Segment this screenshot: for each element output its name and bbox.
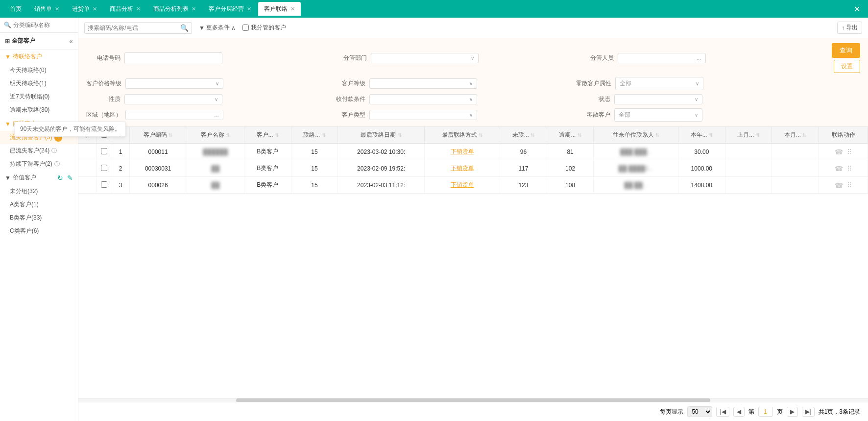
main-search-icon[interactable]: 🔍 [180, 24, 189, 32]
cell-last-method-2[interactable]: 下销货单 [425, 177, 500, 194]
sidebar-item-class-a[interactable]: A类客户(1) [0, 198, 78, 211]
customer-level-select[interactable]: ∨ [369, 78, 477, 89]
cell-action-1[interactable]: ☎ ⠿ [819, 160, 868, 177]
next-page-btn[interactable]: ▶ [787, 407, 798, 417]
col-last-method[interactable]: 最后联络方式 ⇅ [425, 127, 500, 144]
table-row: 1 000011 ██████ B类客户 15 2023-03-02 10:30… [78, 144, 868, 160]
filter-icon: ▼ [199, 25, 205, 31]
tab-home[interactable]: 首页 [4, 2, 27, 16]
cell-checkbox-1[interactable] [96, 160, 112, 177]
customer-type-select[interactable]: ∨ [369, 110, 477, 120]
prev-page-btn[interactable]: ◀ [733, 407, 745, 417]
col-code[interactable]: 客户编码 ⇅ [129, 127, 187, 144]
tab-purchase-close[interactable]: ✕ [93, 6, 97, 12]
cell-last-method-1[interactable]: 下销货单 [425, 160, 500, 177]
col-name[interactable]: 客户名称 ⇅ [187, 127, 244, 144]
value-group-edit[interactable]: ✎ [67, 174, 73, 182]
sidebar-group-value[interactable]: ▼ 价值客户 ↻ ✎ [0, 171, 78, 185]
col-this-year[interactable]: 本年... ⇅ [678, 127, 725, 144]
tab-customer-tiered-close[interactable]: ✕ [247, 6, 251, 12]
sidebar-item-class-c[interactable]: C类客户(6) [0, 224, 78, 238]
action-more-icon-0[interactable]: ⠿ [847, 148, 852, 156]
tab-customer-tiered[interactable]: 客户分层经营 ✕ [203, 2, 257, 16]
close-all-tabs[interactable]: ✕ [850, 4, 864, 14]
sidebar-item-tomorrow[interactable]: 明天待联络(1) [0, 77, 78, 90]
cell-name-1: ██ [187, 160, 244, 177]
cell-this-year-0: 30.00 [678, 144, 725, 160]
col-this-month[interactable]: 本月... ⇅ [772, 127, 819, 144]
phone-input[interactable] [124, 52, 222, 64]
page-input[interactable] [758, 407, 773, 417]
scattered-attr-select[interactable]: 全部 ∨ [615, 77, 703, 90]
col-type[interactable]: 客户... ⇅ [244, 127, 291, 144]
cell-action-0[interactable]: ☎ ⠿ [819, 144, 868, 160]
cell-checkbox-2[interactable] [96, 177, 112, 194]
page-unit: 页 [777, 408, 783, 416]
sidebar-item-7days[interactable]: 近7天待联络(0) [0, 90, 78, 103]
sidebar-item-today[interactable]: 今天待联络(0) [0, 64, 78, 77]
sidebar-item-declining[interactable]: 持续下滑客户(2) ⓘ [0, 157, 78, 171]
row-checkbox-2[interactable] [101, 181, 107, 188]
dept-select[interactable]: ∨ [371, 53, 479, 63]
sidebar-all-customers[interactable]: ⊞ 全部客户 « [0, 33, 78, 50]
sidebar-search-input[interactable] [13, 22, 78, 28]
export-btn[interactable]: ↑ 导出 [837, 22, 862, 34]
col-uncontacted[interactable]: 未联... ⇅ [500, 127, 547, 144]
tab-product-analysis-list[interactable]: 商品分析列表 ✕ [147, 2, 202, 16]
tab-product-analysis-list-close[interactable]: ✕ [192, 6, 196, 12]
my-customers-check[interactable]: 我分管的客户 [242, 24, 286, 32]
region-select[interactable]: … [125, 110, 223, 120]
col-last-month[interactable]: 上月... ⇅ [725, 127, 772, 144]
value-group-refresh[interactable]: ↻ [57, 174, 63, 182]
last-method-link-0[interactable]: 下销货单 [451, 148, 474, 155]
tab-product-analysis-close[interactable]: ✕ [136, 6, 141, 12]
main-search-input[interactable] [88, 25, 178, 31]
col-unit-contact[interactable]: 往来单位联系人 ⇅ [594, 127, 678, 144]
row-checkbox-1[interactable] [101, 165, 107, 171]
price-level-select[interactable]: ∨ [125, 78, 223, 89]
last-page-btn[interactable]: ▶| [802, 407, 815, 417]
tab-customer-contact-close[interactable]: ✕ [290, 6, 295, 12]
sidebar-item-overdue[interactable]: 逾期未联络(30) [0, 103, 78, 117]
cell-action-2[interactable]: ☎ ⠿ [819, 177, 868, 194]
action-more-icon-1[interactable]: ⠿ [847, 165, 852, 173]
action-contact-icon-0[interactable]: ☎ [835, 148, 843, 156]
page-size-select[interactable]: 50 100 [687, 406, 712, 417]
col-last-date[interactable]: 最后联络日期 ⇅ [338, 127, 425, 144]
cell-uncontacted-0: 96 [500, 144, 547, 160]
query-btn[interactable]: 查询 [832, 43, 860, 58]
h-scrollbar[interactable] [78, 398, 868, 402]
page-text: 第 [748, 408, 754, 416]
col-overdue[interactable]: 逾期... ⇅ [547, 127, 594, 144]
tab-purchase[interactable]: 进货单 ✕ [66, 2, 103, 16]
last-method-link-2[interactable]: 下销货单 [451, 181, 474, 188]
action-contact-icon-2[interactable]: ☎ [835, 181, 843, 189]
col-contact[interactable]: 联络... ⇅ [291, 127, 338, 144]
manager-label: 分管人员 [579, 54, 614, 62]
last-method-link-1[interactable]: 下销货单 [451, 165, 474, 172]
cell-last-method-0[interactable]: 下销货单 [425, 144, 500, 160]
tab-customer-contact[interactable]: 客户联络 ✕ [258, 2, 301, 16]
tab-sales-close[interactable]: ✕ [55, 6, 59, 12]
more-conditions-btn[interactable]: ▼ 更多条件 ∧ [196, 22, 239, 33]
sidebar-group-pending[interactable]: ▼ 待联络客户 [0, 50, 78, 64]
sidebar-item-unclassified[interactable]: 未分组(32) [0, 185, 78, 198]
sidebar-collapse-icon[interactable]: « [69, 37, 73, 45]
settings-btn[interactable]: 设置 [834, 60, 860, 73]
payment-select[interactable]: ∨ [369, 94, 477, 104]
tab-product-analysis[interactable]: 商品分析 ✕ [104, 2, 146, 16]
scattered-select[interactable]: 全部 ∨ [614, 108, 702, 122]
status-select[interactable]: ∨ [614, 94, 702, 104]
sidebar-item-class-b[interactable]: B类客户(33) [0, 211, 78, 224]
action-more-icon-2[interactable]: ⠿ [847, 181, 852, 189]
cell-checkbox-0[interactable] [96, 144, 112, 160]
tab-sales[interactable]: 销售单 ✕ [28, 2, 65, 16]
action-contact-icon-1[interactable]: ☎ [835, 165, 843, 173]
manager-select[interactable]: … [618, 53, 706, 63]
row-checkbox-0[interactable] [101, 148, 107, 154]
sidebar-item-churned[interactable]: 已流失客户(24) ⓘ [0, 144, 78, 157]
nature-select[interactable]: ∨ [124, 94, 222, 104]
my-customers-checkbox[interactable] [242, 25, 249, 31]
cell-type-1: B类客户 [244, 160, 291, 177]
first-page-btn[interactable]: |◀ [716, 407, 729, 417]
